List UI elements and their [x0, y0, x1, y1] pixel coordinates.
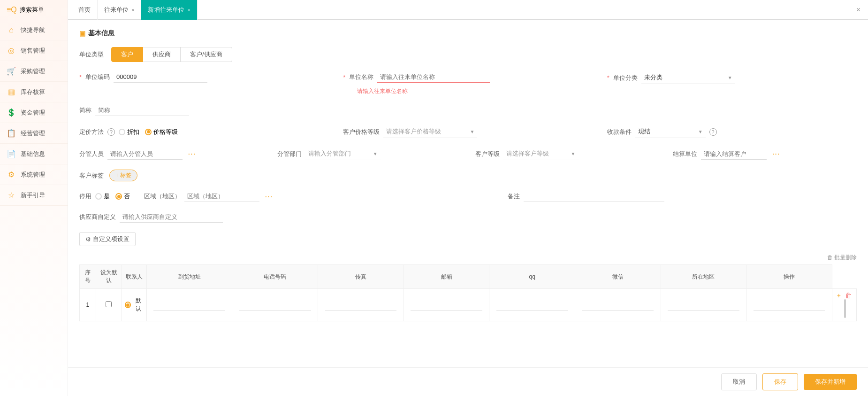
region-dots[interactable]: ···: [263, 192, 275, 201]
sidebar-item-purchase-mgmt[interactable]: 🛒 采购管理: [0, 61, 68, 82]
radio-price-level-dot: [147, 130, 150, 133]
cell-phone[interactable]: [318, 289, 404, 321]
row-add-btn[interactable]: +: [837, 292, 841, 299]
cell-email[interactable]: [489, 289, 575, 321]
customer-tag-label: 客户标签: [79, 171, 104, 180]
sidebar-item-sales-mgmt[interactable]: ◎ 销售管理: [0, 40, 68, 61]
radio-disabled-no[interactable]: 否: [115, 192, 130, 201]
required-star-name: *: [343, 74, 345, 81]
short-name-input[interactable]: [95, 105, 189, 116]
cell-actions: + 🗑: [832, 289, 856, 321]
row-drag-handle[interactable]: [844, 299, 846, 318]
save-new-button[interactable]: 保存并新增: [804, 374, 857, 390]
required-star-cat: *: [607, 74, 609, 81]
radio-disabled-yes[interactable]: 是: [95, 192, 110, 201]
sidebar-item-newbie[interactable]: ☆ 新手引导: [0, 185, 68, 206]
unit-category-select[interactable]: 未分类 ▼: [641, 71, 735, 84]
cell-wechat[interactable]: [661, 289, 746, 321]
address-input[interactable]: [239, 299, 311, 311]
region-input[interactable]: [184, 191, 259, 202]
default-radio[interactable]: 默认: [125, 297, 144, 313]
radio-disabled-yes-circle: [95, 193, 102, 200]
phone-input[interactable]: [325, 299, 397, 311]
customer-price-level-select[interactable]: 请选择客户价格等级 ▼: [383, 125, 477, 138]
sidebar-item-label: 库存核算: [21, 88, 45, 96]
table-header: 序号 设为默认 联系人 到货地址 电话号码 传真 邮箱 qq 微信 所在地区 操…: [80, 265, 857, 289]
form-footer: 取消 保存 保存并新增: [68, 367, 868, 396]
customer-level-label: 客户等级: [475, 150, 500, 158]
pricing-method-help[interactable]: ?: [107, 128, 115, 136]
cell-contact[interactable]: [146, 289, 232, 321]
supplier-custom-input[interactable]: [120, 211, 223, 223]
pricing-method-radios: 折扣 价格等级: [119, 128, 178, 136]
remark-label: 备注: [508, 192, 520, 201]
save-button[interactable]: 保存: [762, 373, 798, 390]
type-btn-supplier[interactable]: 供应商: [143, 47, 181, 62]
col-region: 所在地区: [661, 265, 746, 289]
col-email: 邮箱: [404, 265, 489, 289]
payment-terms-select[interactable]: 现结 ▼: [635, 125, 706, 138]
sidebar-item-quick-nav[interactable]: ⌂ 快捷导航: [0, 20, 68, 40]
sidebar-item-sys-mgmt[interactable]: ⚙ 系统管理: [0, 164, 68, 185]
sidebar-item-ops-mgmt[interactable]: 📋 经营管理: [0, 123, 68, 144]
row-checkbox[interactable]: [106, 301, 112, 307]
tab-partner-new[interactable]: 新增往来单位 ×: [141, 0, 197, 20]
type-btn-both[interactable]: 客户/供应商: [181, 47, 232, 62]
unit-name-input[interactable]: [377, 71, 490, 83]
customer-level-arrow: ▼: [571, 151, 576, 156]
cancel-button[interactable]: 取消: [721, 373, 757, 390]
tab-partner-new-close[interactable]: ×: [187, 7, 190, 13]
radio-disabled-yes-label: 是: [104, 192, 110, 201]
bag-icon: 🛒: [7, 67, 16, 76]
contact-input[interactable]: [153, 299, 225, 311]
qq-input[interactable]: [582, 299, 654, 311]
dept-placeholder: 请输入分管部门: [308, 149, 371, 158]
customer-level-select[interactable]: 请选择客户等级 ▼: [503, 148, 579, 160]
dept-select[interactable]: 请输入分管部门 ▼: [305, 148, 381, 160]
manager-dots[interactable]: ···: [186, 149, 198, 158]
settle-unit-dots[interactable]: ···: [770, 149, 782, 158]
email-input[interactable]: [496, 299, 568, 311]
radio-price-level[interactable]: 价格等级: [145, 128, 178, 136]
tab-partner-list[interactable]: 往来单位 ×: [98, 0, 141, 20]
sidebar-item-base-info[interactable]: 📄 基础信息: [0, 144, 68, 164]
row-del-btn[interactable]: 🗑: [845, 292, 852, 299]
region-table-input[interactable]: [754, 299, 825, 311]
sidebar-item-finance[interactable]: 💲 资金管理: [0, 102, 68, 123]
unit-name-error: 请输入往来单位名称: [343, 87, 408, 95]
radio-discount-circle: [119, 129, 125, 135]
cell-address[interactable]: [232, 289, 318, 321]
wechat-input[interactable]: [668, 299, 739, 311]
col-contact: 联系人: [122, 265, 146, 289]
sidebar-item-label: 新手引导: [21, 191, 45, 200]
remark-input[interactable]: [524, 191, 664, 202]
add-tag-button[interactable]: + 标签: [109, 170, 137, 181]
tab-partner-new-label: 新增往来单位: [148, 6, 184, 14]
batch-delete-btn[interactable]: 🗑 批量删除: [827, 254, 857, 261]
settle-unit-input[interactable]: [701, 148, 767, 160]
unit-code-input[interactable]: [114, 71, 207, 83]
radio-discount[interactable]: 折扣: [119, 128, 139, 136]
tab-home[interactable]: 首页: [72, 0, 98, 20]
sidebar-search[interactable]: ≡Q 搜索菜单: [0, 0, 68, 20]
type-btn-customer[interactable]: 客户: [111, 47, 143, 62]
col-qq: qq: [489, 265, 575, 289]
manager-input[interactable]: [107, 148, 183, 160]
unit-category-value: 未分类: [644, 73, 726, 82]
fax-input[interactable]: [411, 299, 482, 311]
cell-qq[interactable]: [575, 289, 661, 321]
custom-settings-button[interactable]: ⚙ 自定义项设置: [79, 232, 136, 246]
tab-partner-list-close[interactable]: ×: [131, 7, 134, 13]
sidebar-item-inventory[interactable]: ▦ 库存核算: [0, 82, 68, 102]
radio-discount-label: 折扣: [127, 128, 139, 136]
window-close-button[interactable]: ×: [853, 4, 864, 16]
sidebar-item-label: 快捷导航: [21, 26, 45, 34]
box-icon: ▦: [7, 87, 16, 96]
batch-delete-icon: 🗑: [827, 254, 833, 261]
sidebar-item-label: 采购管理: [21, 67, 45, 76]
cell-checkbox[interactable]: [96, 289, 122, 321]
cell-fax[interactable]: [404, 289, 489, 321]
cell-region[interactable]: [746, 289, 832, 321]
table-body: 1 默认: [80, 289, 857, 321]
payment-terms-help[interactable]: ?: [709, 128, 717, 136]
